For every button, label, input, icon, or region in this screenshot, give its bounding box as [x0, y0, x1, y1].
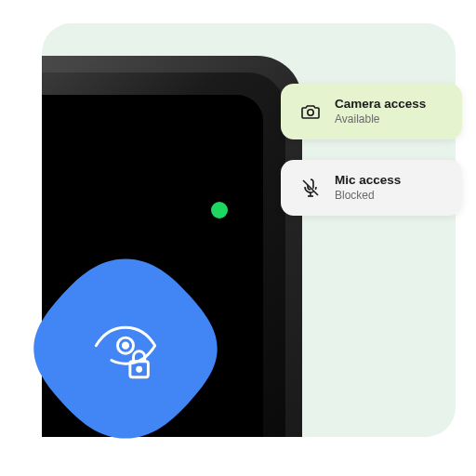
- camera-toast-title: Camera access: [335, 97, 426, 112]
- camera-access-toast[interactable]: Camera access Available: [281, 84, 462, 139]
- svg-point-5: [123, 343, 127, 348]
- privacy-indicator-dot: [211, 202, 228, 218]
- camera-toast-text: Camera access Available: [335, 97, 426, 126]
- mic-off-icon: [299, 177, 322, 199]
- mic-toast-status: Blocked: [335, 189, 401, 202]
- eye-lock-icon: [89, 314, 162, 387]
- svg-point-7: [138, 367, 141, 371]
- privacy-blob: [28, 251, 223, 446]
- svg-point-0: [308, 110, 313, 115]
- mic-toast-title: Mic access: [335, 173, 401, 188]
- mic-access-toast[interactable]: Mic access Blocked: [281, 160, 462, 216]
- camera-toast-status: Available: [335, 112, 426, 126]
- mic-toast-text: Mic access Blocked: [335, 173, 401, 203]
- camera-icon: [299, 100, 322, 123]
